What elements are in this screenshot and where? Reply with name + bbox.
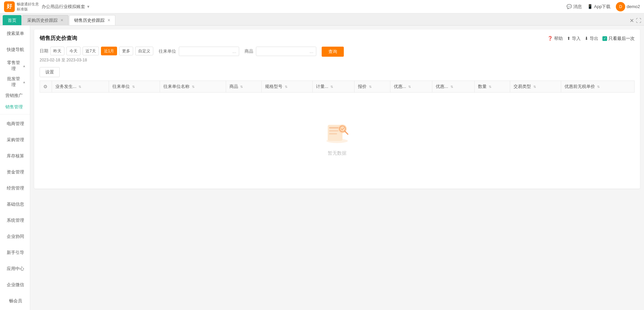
goods-input-wrap: ... bbox=[256, 47, 316, 56]
sidebar-item-enterprise-collab[interactable]: 企业协同 bbox=[0, 228, 30, 245]
export-action[interactable]: ⬇ 导出 bbox=[585, 36, 598, 42]
sidebar-item-sales-mgmt[interactable]: 销售管理 bbox=[0, 101, 30, 113]
sidebar-item-operations-mgmt[interactable]: 经营管理 bbox=[0, 180, 30, 196]
sort-partner-code[interactable]: ⇅ bbox=[132, 85, 135, 89]
col-settings: ⚙ bbox=[40, 81, 52, 93]
sidebar-item-purchase-mgmt[interactable]: 采购管理 bbox=[0, 132, 30, 148]
sidebar-item-retail-mgmt[interactable]: 零售管理 ▲ bbox=[0, 58, 30, 74]
goods-input-dots[interactable]: ... bbox=[310, 49, 314, 54]
settings-button[interactable]: 设置 bbox=[40, 67, 60, 77]
date-filter-row: 日期 昨天 今天 近7天 近1月 更多 自定义 bbox=[40, 47, 153, 55]
sidebar-item-basic-info[interactable]: 基础信息 bbox=[0, 196, 30, 212]
help-icon: ❓ bbox=[547, 36, 553, 41]
import-icon: ⬆ bbox=[567, 36, 571, 41]
table-settings-icon[interactable]: ⚙ bbox=[43, 84, 48, 89]
sidebar-item-wholesale-mgmt[interactable]: 批发管理 ▲ bbox=[0, 74, 30, 90]
partner-input-dots[interactable]: ... bbox=[232, 49, 236, 54]
table-container: ⚙ 业务发生... ⇅ 往来单位 ⇅ bbox=[40, 81, 635, 93]
message-action[interactable]: 💬 消息 bbox=[567, 4, 582, 10]
sidebar-item-new-guide[interactable]: 新手引导 bbox=[0, 245, 30, 261]
content-area: 销售历史价查询 ❓ 帮助 ⬆ 导入 ⬇ 导出 bbox=[30, 25, 644, 310]
import-action[interactable]: ⬆ 导入 bbox=[567, 36, 581, 42]
query-button[interactable]: 查询 bbox=[322, 47, 344, 57]
col-goods[interactable]: 商品 ⇅ bbox=[226, 81, 262, 93]
app-download-action[interactable]: 📱 App下载 bbox=[587, 4, 610, 10]
col-discount2[interactable]: 优惠... ⇅ bbox=[432, 81, 474, 93]
sidebar-item-search-menu[interactable]: 搜索菜单 bbox=[0, 25, 30, 42]
tab-sales-history[interactable]: 销售历史价跟踪 ✕ bbox=[69, 15, 115, 25]
goods-filter-group: 商品 ... bbox=[245, 47, 316, 56]
sort-unit[interactable]: ⇅ bbox=[330, 85, 333, 89]
col-unit[interactable]: 计量... ⇅ bbox=[312, 81, 354, 93]
sidebar: 搜索菜单 快捷导航 零售管理 ▲ 批发管理 ▲ 营销推广 销售管理 电商管理 采… bbox=[0, 25, 30, 310]
col-quantity[interactable]: 数量 ⇅ bbox=[474, 81, 510, 93]
logo-icon: 好 bbox=[4, 1, 15, 12]
tab-sales-history-close[interactable]: ✕ bbox=[107, 18, 110, 22]
sidebar-item-marketing[interactable]: 营销推广 bbox=[0, 90, 30, 101]
user-action[interactable]: D demo2 bbox=[616, 2, 640, 11]
sort-biz-date[interactable]: ⇅ bbox=[78, 85, 81, 89]
date-filter-label: 日期 bbox=[40, 48, 48, 54]
avatar: D bbox=[616, 2, 625, 11]
help-action[interactable]: ❓ 帮助 bbox=[547, 36, 563, 42]
date-btn-custom[interactable]: 自定义 bbox=[135, 47, 153, 55]
app-title: 办公用品行业模拟账套 ▾ bbox=[42, 4, 564, 10]
sidebar-item-ecommerce-mgmt[interactable]: 电商管理 bbox=[0, 116, 30, 132]
date-btn-7days[interactable]: 近7天 bbox=[83, 47, 99, 55]
tab-bar: 首页 采购历史价跟踪 ✕ 销售历史价跟踪 ✕ ✕ ⛶ bbox=[0, 13, 644, 25]
only-last-checkbox-label[interactable]: ✓ 只看最后一次 bbox=[602, 36, 635, 42]
close-window-button[interactable]: ✕ bbox=[630, 17, 634, 24]
sidebar-item-app-center[interactable]: 应用中心 bbox=[0, 261, 30, 277]
only-last-checkbox[interactable]: ✓ bbox=[602, 36, 607, 41]
sidebar-item-quick-nav[interactable]: 快捷导航 bbox=[0, 42, 30, 58]
sort-quantity[interactable]: ⇅ bbox=[489, 85, 491, 89]
sidebar-item-fund-mgmt[interactable]: 资金管理 bbox=[0, 164, 30, 180]
date-range-display: 2023-02-18 至 2023-03-18 bbox=[40, 57, 153, 63]
sidebar-item-enterprise-wechat[interactable]: 企业微信 bbox=[0, 277, 30, 293]
partner-input-wrap: ... bbox=[179, 47, 239, 56]
date-btn-1month[interactable]: 近1月 bbox=[101, 47, 117, 55]
page-card: 销售历史价查询 ❓ 帮助 ⬆ 导入 ⬇ 导出 bbox=[34, 30, 640, 189]
partner-input[interactable] bbox=[182, 49, 232, 54]
col-biz-date[interactable]: 业务发生... ⇅ bbox=[52, 81, 109, 93]
sort-trade-type[interactable]: ⇅ bbox=[533, 85, 536, 89]
chevron-down-icon: ▲ bbox=[22, 64, 26, 68]
sort-partner-name[interactable]: ⇅ bbox=[192, 85, 195, 89]
sort-discount2[interactable]: ⇅ bbox=[450, 85, 453, 89]
col-discount1[interactable]: 优惠... ⇅ bbox=[390, 81, 432, 93]
tab-purchase-history-close[interactable]: ✕ bbox=[60, 18, 63, 22]
page-header: 销售历史价查询 ❓ 帮助 ⬆ 导入 ⬇ 导出 bbox=[40, 35, 635, 42]
logo: 好 畅捷通好生意 标准版 bbox=[4, 1, 39, 12]
col-quoted-price[interactable]: 报价 ⇅ bbox=[355, 81, 390, 93]
col-trade-type[interactable]: 交易类型 ⇅ bbox=[510, 81, 561, 93]
filter-area: 日期 昨天 今天 近7天 近1月 更多 自定义 2023-02-18 至 202… bbox=[40, 47, 635, 63]
sidebar-item-system-mgmt[interactable]: 系统管理 bbox=[0, 212, 30, 228]
sidebar-item-inventory[interactable]: 库存核算 bbox=[0, 148, 30, 164]
sort-pre-discount-price[interactable]: ⇅ bbox=[597, 85, 600, 89]
tab-bar-actions: ✕ ⛶ bbox=[630, 17, 641, 25]
col-pre-discount-price[interactable]: 优惠前无税单价 ⇅ bbox=[561, 81, 634, 93]
query-btn-group: 查询 bbox=[322, 47, 344, 57]
sort-goods[interactable]: ⇅ bbox=[240, 85, 243, 89]
date-btn-yesterday[interactable]: 昨天 bbox=[50, 47, 64, 55]
sort-discount1[interactable]: ⇅ bbox=[408, 85, 411, 89]
maximize-window-button[interactable]: ⛶ bbox=[636, 18, 641, 24]
sort-spec[interactable]: ⇅ bbox=[285, 85, 287, 89]
tab-home[interactable]: 首页 bbox=[3, 15, 21, 25]
partner-filter-group: 往来单位 ... bbox=[159, 47, 239, 56]
tab-purchase-history[interactable]: 采购历史价跟踪 ✕ bbox=[22, 15, 68, 25]
sidebar-item-member[interactable]: 畅会员 bbox=[0, 293, 30, 309]
sort-quoted-price[interactable]: ⇅ bbox=[369, 85, 372, 89]
svg-rect-3 bbox=[329, 130, 338, 132]
date-btn-today[interactable]: 今天 bbox=[66, 47, 80, 55]
col-spec[interactable]: 规格型号 ⇅ bbox=[262, 81, 313, 93]
date-btn-more[interactable]: 更多 bbox=[119, 47, 133, 55]
empty-text: 暂无数据 bbox=[328, 150, 346, 156]
top-bar: 好 畅捷通好生意 标准版 办公用品行业模拟账套 ▾ 💬 消息 📱 App下载 D… bbox=[0, 0, 644, 13]
goods-input[interactable] bbox=[259, 49, 309, 54]
col-partner-name[interactable]: 往来单位名称 ⇅ bbox=[160, 81, 226, 93]
logo-text: 畅捷通好生意 标准版 bbox=[17, 2, 39, 11]
dropdown-icon[interactable]: ▾ bbox=[87, 4, 90, 9]
sidebar-divider-1 bbox=[0, 114, 30, 114]
col-partner-code[interactable]: 往来单位 ⇅ bbox=[109, 81, 160, 93]
